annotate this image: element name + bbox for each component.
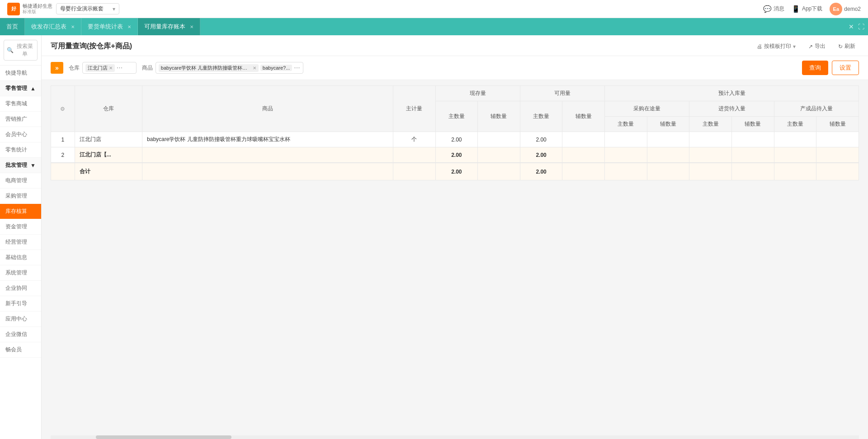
cell-avail-main-1: 2.00	[520, 132, 562, 147]
sidebar-item-app-center[interactable]: 应用中心	[0, 312, 41, 327]
cell-goods-aux-1	[732, 132, 774, 147]
main-layout: 🔍 搜索菜单 快捷导航 零售管理 ▲ 零售商城 营销推广 会员中心 零售统计 批…	[0, 35, 868, 439]
warehouse-more-dots[interactable]: ···	[117, 64, 123, 72]
query-btn[interactable]: 查询	[802, 61, 828, 75]
sidebar-item-retail-mall[interactable]: 零售商城	[0, 96, 41, 112]
cell-unit-1: 个	[393, 132, 435, 147]
footer-stock-aux	[478, 163, 520, 180]
close-window-btn[interactable]: ✕	[848, 24, 854, 30]
cell-warehouse-2: 江北门店【...	[75, 147, 142, 163]
warehouse-filter: 仓库 江北门店 ✕ ···	[69, 62, 137, 74]
sidebar-item-enterprise-coop[interactable]: 企业协同	[0, 281, 41, 296]
footer-empty-settings	[51, 163, 75, 180]
th-goods-waiting-group: 进货待入量	[689, 101, 774, 117]
settings-btn[interactable]: 设置	[832, 61, 859, 75]
sidebar-item-system[interactable]: 系统管理	[0, 265, 41, 281]
tab-close-order-stats[interactable]: ✕	[127, 24, 131, 29]
sidebar-item-enterprise-wechat[interactable]: 企业微信	[0, 327, 41, 342]
cell-avail-aux-2	[562, 147, 605, 163]
product-more-dots[interactable]: ···	[294, 64, 300, 72]
sidebar-item-member[interactable]: 会员中心	[0, 127, 41, 142]
product-tag-1: babycare学饮杯 儿童防摔防撞吸管杯重力球吸嘴杯宝宝水杯 ✕	[159, 64, 259, 72]
cell-product-1: babycare学饮杯 儿童防摔防撞吸管杯重力球吸嘴杯宝宝水杯	[142, 132, 393, 147]
th-warehouse: 仓库	[75, 86, 142, 132]
tab-close-receipts[interactable]: ✕	[71, 24, 75, 29]
maximize-window-btn[interactable]: ⛶	[858, 24, 864, 30]
table-container: ⚙ 仓库 商品 主计量 现存量 可用量 预计入库量 主数量 辅数量 主数量 辅数…	[42, 80, 868, 435]
footer-avail-aux	[562, 163, 605, 180]
sidebar-item-operations[interactable]: 经营管理	[0, 235, 41, 250]
th-available-group: 可用量	[520, 86, 604, 101]
product-tag-1-close[interactable]: ✕	[253, 66, 256, 71]
product-tags[interactable]: babycare学饮杯 儿童防摔防撞吸管杯重力球吸嘴杯宝宝水杯 ✕ babyca…	[156, 62, 303, 74]
cell-avail-aux-1	[562, 132, 605, 147]
message-icon: 💬	[763, 5, 772, 13]
product-tag-2: babycare?...	[260, 65, 292, 71]
avatar: Ea	[830, 3, 842, 15]
cell-purchase-aux-2	[647, 147, 689, 163]
sidebar-search-btn[interactable]: 🔍 搜索菜单	[4, 40, 38, 61]
sidebar-item-purchase[interactable]: 采购管理	[0, 189, 41, 204]
filter-toggle-btn[interactable]: »	[51, 62, 63, 74]
th-goods-aux: 辅数量	[732, 117, 774, 132]
sidebar-item-retail-stats[interactable]: 零售统计	[0, 142, 41, 158]
export-icon: ↗	[808, 43, 813, 50]
cell-goods-main-1	[689, 132, 732, 147]
footer-avail-main: 2.00	[520, 163, 562, 180]
tab-receipts[interactable]: 收发存汇总表 ✕	[25, 18, 81, 35]
th-settings[interactable]: ⚙	[51, 86, 75, 132]
cell-stock-main-2: 2.00	[435, 147, 478, 163]
cell-purchase-main-1	[605, 132, 647, 147]
sidebar-item-new-guide[interactable]: 新手引导	[0, 296, 41, 312]
footer-empty-unit	[393, 163, 435, 180]
tab-order-stats[interactable]: 要货单统计表 ✕	[81, 18, 138, 35]
scroll-thumb[interactable]	[96, 435, 231, 439]
message-btn[interactable]: 💬 消息	[763, 5, 784, 13]
top-bar-left: 好 畅捷通好生意 标准版 母婴行业演示账套 ▾	[7, 3, 119, 15]
warehouse-tags[interactable]: 江北门店 ✕ ···	[82, 62, 137, 74]
print-icon: 🖨	[757, 43, 762, 50]
footer-empty-product	[142, 163, 393, 180]
industry-selector[interactable]: 母婴行业演示账套 ▾	[56, 3, 119, 14]
export-btn[interactable]: ↗ 导出	[805, 41, 829, 52]
footer-goods-main	[689, 163, 732, 180]
sidebar-item-quick-nav[interactable]: 快捷导航	[0, 66, 41, 81]
footer-label: 合计	[75, 163, 142, 180]
horizontal-scrollbar[interactable]	[51, 435, 859, 439]
chevron-down-icon-print: ▾	[793, 43, 796, 50]
download-icon: 📱	[792, 5, 800, 13]
sidebar-item-finance[interactable]: 资金管理	[0, 219, 41, 235]
app-download-btn[interactable]: 📱 App下载	[792, 5, 822, 13]
sidebar-item-member-plus[interactable]: 畅会员	[0, 342, 41, 358]
sidebar-item-retail-mgmt[interactable]: 零售管理 ▲	[0, 81, 41, 96]
cell-stock-aux-2	[478, 147, 520, 163]
th-stock-aux: 辅数量	[478, 101, 520, 132]
footer-goods-aux	[732, 163, 774, 180]
chevron-up-icon: ▲	[30, 85, 36, 92]
cell-goods-main-2	[689, 147, 732, 163]
content-area: 可用量查询(按仓库+商品) 🖨 按模板打印 ▾ ↗ 导出 ↻ 刷新 »	[42, 35, 868, 439]
sidebar-item-inventory[interactable]: 库存核算	[0, 204, 41, 219]
top-bar-right: 💬 消息 📱 App下载 Ea demo2	[763, 3, 861, 15]
cell-product-main-2	[774, 147, 816, 163]
warehouse-tag-close[interactable]: ✕	[109, 66, 113, 71]
tab-available-stock[interactable]: 可用量库存账本 ✕	[138, 18, 200, 35]
refresh-btn[interactable]: ↻ 刷新	[835, 41, 859, 52]
footer-product-main	[774, 163, 816, 180]
column-settings-icon[interactable]: ⚙	[60, 106, 65, 112]
footer-purchase-aux	[647, 163, 689, 180]
cell-stock-main-1: 2.00	[435, 132, 478, 147]
cell-warehouse-1: 江北门店	[75, 132, 142, 147]
cell-index-1: 1	[51, 132, 75, 147]
tab-home[interactable]: 首页	[0, 18, 25, 35]
sidebar-search-area: 🔍 搜索菜单	[0, 35, 41, 66]
sidebar-item-wholesale-mgmt[interactable]: 批发管理 ▼	[0, 158, 41, 173]
sidebar-item-basic-info[interactable]: 基础信息	[0, 250, 41, 265]
sidebar-item-marketing[interactable]: 营销推广	[0, 112, 41, 127]
tab-close-available-stock[interactable]: ✕	[190, 24, 193, 29]
user-profile[interactable]: Ea demo2	[830, 3, 861, 15]
cell-product-aux-1	[816, 132, 859, 147]
sidebar-item-ecommerce[interactable]: 电商管理	[0, 173, 41, 189]
print-template-btn[interactable]: 🖨 按模板打印 ▾	[753, 41, 799, 52]
refresh-icon: ↻	[838, 43, 843, 50]
